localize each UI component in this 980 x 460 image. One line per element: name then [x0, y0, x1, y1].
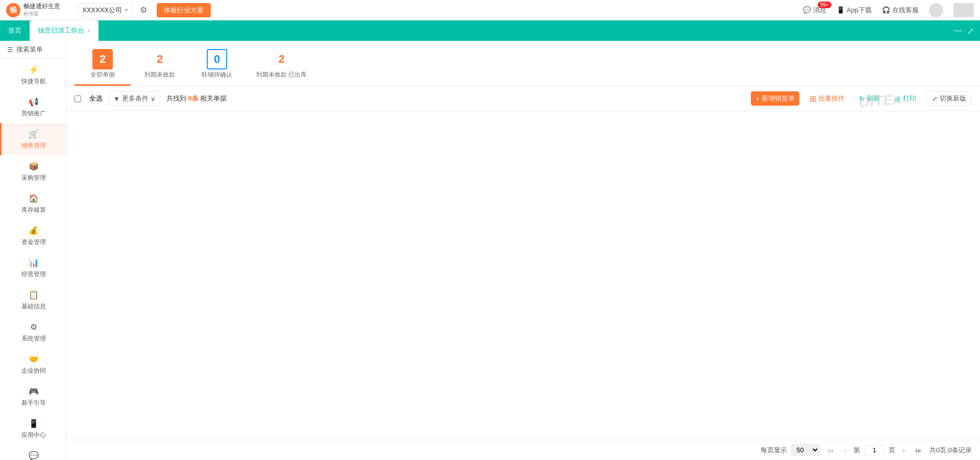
sidebar-item-operation[interactable]: 📊 经营管理 [0, 252, 66, 284]
tab-workbench-label: 钱货日清工作台 [38, 26, 84, 35]
stat-number-all: 2 [92, 49, 113, 69]
online-service-item[interactable]: 🎧 在线客服 [882, 6, 919, 15]
app-download-item[interactable]: 📱 App下载 [837, 6, 872, 15]
search-icon: ☰ [7, 46, 13, 54]
app-download-icon: 📱 [837, 6, 845, 14]
total-label: 共0页,0条记录 [929, 446, 972, 455]
first-page-button[interactable]: ⏮ [824, 445, 837, 455]
sidebar-item-label: 基础信息 [21, 302, 46, 311]
toolbar: 全选 ▼ 更多条件 ∨ 共找到 0条 相关单据 + 新增销货单 ⊞ 批量操作 ↻ [66, 86, 980, 111]
enterprise-icon: 🤝 [28, 353, 39, 365]
sidebar-item-basic[interactable]: 📋 基础信息 [0, 284, 66, 316]
print-icon: 🖨 [894, 95, 901, 103]
basic-icon: 📋 [28, 289, 39, 300]
sidebar-item-guide[interactable]: 🎮 新手引导 [0, 380, 66, 413]
found-text: 共找到 0条 相关单据 [166, 94, 227, 103]
sidebar-item-quick-nav[interactable]: ⚡ 快捷导航 [0, 59, 66, 91]
main-layout: ☰ 搜索菜单 ⚡ 快捷导航 📢 营销推广 🛒 销售管理 📦 采购管理 🏠 库存核… [0, 41, 980, 460]
stat-tab-overdue[interactable]: 2 到期未收款 [132, 46, 188, 86]
batch-label: 批量操作 [818, 94, 845, 103]
sales-icon: 🛒 [28, 128, 39, 139]
stat-tab-overdue-out[interactable]: 2 到期未收款 已出库 [246, 46, 317, 86]
tab-bar-right: — ⤢ [954, 26, 980, 36]
trial-button[interactable]: 体验行业方案 [157, 3, 211, 17]
stat-number-overdue-out: 2 [272, 49, 292, 69]
filter-label: 更多条件 [122, 94, 149, 103]
per-page-label: 每页显示 [761, 446, 787, 455]
sidebar-item-label: 系统管理 [21, 334, 46, 343]
batch-operation-button[interactable]: ⊞ 批量操作 [805, 92, 849, 106]
switch-version-label: 切换新版 [940, 94, 966, 103]
sidebar-item-purchase[interactable]: 📦 采购管理 [0, 155, 66, 187]
company-name: XXXXXX公司 [82, 6, 122, 15]
sidebar-item-label: 库存核算 [21, 206, 46, 214]
found-suffix: 相关单据 [200, 94, 227, 102]
select-all-checkbox[interactable] [75, 95, 81, 102]
sidebar-item-inventory[interactable]: 🏠 库存核算 [0, 187, 66, 220]
refresh-label: 刷新 [867, 94, 880, 103]
next-page-button[interactable]: › [899, 445, 908, 455]
message-item[interactable]: 💬 消息 99+ [803, 6, 826, 15]
filter-button[interactable]: ▼ 更多条件 ∨ [109, 91, 160, 106]
sidebar-item-label: 采购管理 [21, 174, 46, 182]
system-icon: ⚙ [28, 321, 39, 332]
finance-icon: 💰 [28, 225, 39, 236]
refresh-button[interactable]: ↻ 刷新 [855, 92, 884, 105]
last-page-button[interactable]: ⏭ [912, 445, 925, 455]
stat-label-pending: 旺铺待确认 [202, 70, 232, 79]
stats-tabs: 2 全部单据 2 到期未收款 0 旺铺待确认 2 到期未收款 已出库 [66, 41, 980, 86]
tab-minimize-btn[interactable]: — [954, 26, 962, 35]
print-label: 打印 [903, 94, 916, 103]
page-input[interactable] [864, 445, 885, 455]
tab-close-icon[interactable]: × [87, 28, 90, 34]
sidebar-item-marketing[interactable]: 📢 营销推广 [0, 91, 66, 123]
inventory-icon: 🏠 [28, 192, 39, 204]
online-service-label: 在线客服 [892, 6, 919, 15]
select-all-label: 全选 [89, 94, 103, 103]
sidebar-item-enterprise[interactable]: 🤝 企业协同 [0, 348, 66, 380]
search-menu-item[interactable]: ☰ 搜索菜单 [0, 41, 66, 59]
page-label: 第 [853, 446, 860, 455]
logo-text: 畅捷通好生意 [23, 3, 60, 11]
sidebar-item-appstore[interactable]: 📱 应用中心 [0, 413, 66, 445]
quick-nav-icon: ⚡ [28, 64, 39, 75]
message-icon: 💬 [803, 6, 811, 14]
batch-icon: ⊞ [810, 94, 816, 104]
print-button[interactable]: 🖨 打印 [890, 92, 920, 105]
stat-tab-pending[interactable]: 0 旺铺待确认 [189, 46, 245, 86]
guide-icon: 🎮 [28, 385, 39, 397]
company-selector[interactable]: XXXXXX公司 ▾ [78, 3, 132, 17]
app-download-label: App下载 [847, 6, 872, 15]
settings-icon[interactable]: ⚙ [136, 3, 151, 17]
sidebar-item-finance[interactable]: 💰 资金管理 [0, 220, 66, 252]
tab-workbench[interactable]: 钱货日清工作台 × [30, 20, 99, 41]
add-sales-order-button[interactable]: + 新增销货单 [751, 91, 799, 106]
pagination: 每页显示 50 100 200 ⏮ ‹ 第 页 › ⏭ 共0页,0条记录 [66, 440, 980, 460]
user-name-area[interactable] [953, 3, 974, 17]
appstore-icon: 📱 [28, 418, 39, 429]
sidebar-item-sales[interactable]: 🛒 销售管理 [0, 123, 66, 155]
logo-area: 畅 畅捷通好生意 标准版 [6, 3, 72, 18]
header-right: 💬 消息 99+ 📱 App下载 🎧 在线客服 [803, 3, 974, 17]
sidebar-item-label: 资金管理 [21, 238, 46, 247]
sidebar-item-system[interactable]: ⚙ 系统管理 [0, 316, 66, 348]
stat-tab-all[interactable]: 2 全部单据 [75, 46, 131, 86]
sidebar: ☰ 搜索菜单 ⚡ 快捷导航 📢 营销推广 🛒 销售管理 📦 采购管理 🏠 库存核… [0, 41, 66, 460]
filter-chevron-icon: ∨ [151, 95, 156, 103]
sidebar-item-label: 销售管理 [21, 141, 46, 150]
switch-version-button[interactable]: ⤢ 切换新版 [926, 91, 972, 106]
stat-label-all: 全部单据 [90, 70, 115, 79]
chevron-down-icon: ▾ [125, 7, 128, 13]
avatar[interactable] [929, 3, 943, 17]
sidebar-item-wechat[interactable]: 💬 企业微信 [0, 445, 66, 460]
page-size-select[interactable]: 50 100 200 [791, 444, 820, 456]
search-menu-label: 搜索菜单 [16, 45, 43, 54]
tab-maximize-btn[interactable]: ⤢ [967, 26, 974, 36]
prev-page-button[interactable]: ‹ [841, 445, 850, 455]
top-header: 畅 畅捷通好生意 标准版 XXXXXX公司 ▾ ⚙ 体验行业方案 💬 消息 99… [0, 0, 980, 20]
stat-number-pending: 0 [207, 49, 227, 69]
tab-home[interactable]: 首页 [0, 20, 30, 41]
sidebar-item-label: 营销推广 [21, 109, 46, 118]
stat-label-overdue: 到期未收款 [144, 70, 175, 79]
page-unit: 页 [889, 446, 895, 455]
